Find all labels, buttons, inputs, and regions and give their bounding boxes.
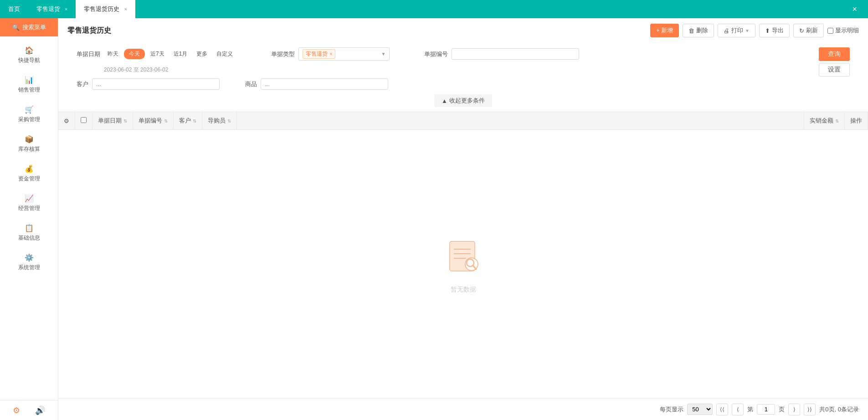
- audio-icon[interactable]: 🔊: [35, 405, 45, 415]
- sidebar-search-button[interactable]: 🔍 搜索菜单: [0, 18, 58, 36]
- goods-input[interactable]: [261, 78, 388, 90]
- print-dropdown-icon: ▼: [745, 28, 750, 33]
- customer-input[interactable]: [92, 78, 220, 90]
- th-customer: 客户 ⇅: [174, 112, 202, 130]
- total-info: 共0页, 0条记录: [819, 405, 859, 414]
- top-bar: 首页零售退货×零售退货历史× ×: [0, 0, 868, 18]
- delete-icon: 🗑: [688, 27, 694, 34]
- bill-type-select[interactable]: 零售退货 × ▼: [298, 47, 390, 61]
- bill-number-input[interactable]: [452, 48, 579, 60]
- customer-filter-item: 客户: [77, 78, 220, 90]
- sidebar-item-inventory[interactable]: 📦 库存核算: [0, 129, 58, 159]
- refresh-button[interactable]: ↻ 刷新: [793, 24, 824, 37]
- bill-type-label: 单据类型: [271, 50, 295, 58]
- date-7days-btn[interactable]: 近7天: [147, 49, 168, 59]
- date-filter-item: 单据日期 昨天 今天 近7天 近1月 更多 自定义: [77, 49, 236, 59]
- sort-number[interactable]: 单据编号 ⇅: [139, 117, 168, 125]
- sidebar-item-finance[interactable]: 💰 资金管理: [0, 159, 58, 188]
- main-layout: 🔍 搜索菜单 🏠 快捷导航 📊 销售管理 🛒 采购管理 📦 库存核算 💰 资金管…: [0, 18, 868, 420]
- date-range-text: 2023-06-02 至 2023-06-02: [104, 67, 168, 73]
- empty-text: 暂无数据: [451, 286, 476, 294]
- prev-page-button[interactable]: ⟨: [732, 404, 744, 415]
- sidebar-item-label: 快捷导航: [18, 56, 40, 64]
- next-page-button[interactable]: ⟩: [788, 404, 800, 415]
- sort-amount[interactable]: 实销金额 ⇅: [810, 117, 839, 125]
- sort-date[interactable]: 单据日期 ⇅: [98, 117, 127, 125]
- settings-icon[interactable]: ⚙: [13, 405, 20, 415]
- page-title-row: 零售退货历史 + 新增 🗑 删除 🖨 打印 ▼ ⬆ 导出: [67, 24, 859, 37]
- sidebar: 🔍 搜索菜单 🏠 快捷导航 📊 销售管理 🛒 采购管理 📦 库存核算 💰 资金管…: [0, 18, 58, 420]
- bill-type-dropdown-icon: ▼: [381, 51, 385, 56]
- page-size-select[interactable]: 20 50 100: [687, 404, 713, 415]
- toolbar-buttons: + 新增 🗑 删除 🖨 打印 ▼ ⬆ 导出 ↻: [650, 24, 859, 37]
- export-button[interactable]: ⬆ 导出: [759, 24, 790, 37]
- date-1month-btn[interactable]: 近1月: [170, 49, 191, 59]
- tab-close-retail-return-history[interactable]: ×: [124, 6, 127, 12]
- collapse-filter-button[interactable]: ▲ 收起更多条件: [434, 94, 492, 107]
- th-date: 单据日期 ⇅: [92, 112, 133, 130]
- window-close-button[interactable]: ×: [848, 5, 861, 14]
- tab-retail-return-history[interactable]: 零售退货历史×: [76, 0, 135, 18]
- content-area: 零售退货历史 + 新增 🗑 删除 🖨 打印 ▼ ⬆ 导出: [58, 18, 868, 420]
- sidebar-item-label: 系统管理: [18, 264, 40, 271]
- sidebar-item-sales-mgmt[interactable]: 📊 销售管理: [0, 70, 58, 99]
- sort-guide[interactable]: 导购员 ⇅: [208, 117, 231, 125]
- finance-icon: 💰: [25, 164, 34, 173]
- print-button[interactable]: 🖨 打印 ▼: [718, 24, 755, 37]
- tab-home[interactable]: 首页: [0, 0, 28, 18]
- sidebar-item-label: 库存核算: [18, 145, 40, 153]
- tab-retail-return[interactable]: 零售退货×: [28, 0, 76, 18]
- table-header: ⚙ 单据日期 ⇅ 单据编号: [58, 112, 868, 130]
- sidebar-item-label: 采购管理: [18, 116, 40, 123]
- filter-row-2: 客户 商品: [77, 78, 808, 90]
- th-checkbox: [75, 112, 92, 130]
- filter-settings-button[interactable]: 设置: [819, 63, 850, 77]
- sidebar-item-base-info[interactable]: 📋 基础信息: [0, 218, 58, 247]
- last-page-button[interactable]: ⟩⟩: [804, 404, 816, 415]
- tab-label: 零售退货: [36, 5, 60, 13]
- query-button[interactable]: 查询: [819, 47, 850, 61]
- export-icon: ⬆: [765, 27, 770, 34]
- select-all-checkbox[interactable]: [81, 117, 87, 123]
- sidebar-item-sys-mgmt[interactable]: ⚙️ 系统管理: [0, 247, 58, 277]
- date-yesterday-btn[interactable]: 昨天: [104, 49, 122, 59]
- date-today-btn[interactable]: 今天: [124, 49, 145, 59]
- table-container: ⚙ 单据日期 ⇅ 单据编号: [58, 112, 868, 398]
- print-icon: 🖨: [724, 27, 729, 34]
- delete-button[interactable]: 🗑 删除: [683, 24, 714, 37]
- tab-list: 首页零售退货×零售退货历史×: [0, 0, 848, 18]
- goods-label: 商品: [245, 80, 257, 88]
- show-detail-checkbox[interactable]: [827, 28, 833, 34]
- sidebar-item-label: 基础信息: [18, 234, 40, 242]
- show-detail-checkbox-label[interactable]: 显示明细: [827, 26, 859, 35]
- bill-type-filter-item: 单据类型 零售退货 × ▼: [271, 47, 390, 61]
- settings-icon[interactable]: ⚙: [64, 118, 69, 124]
- bill-type-tag-close[interactable]: ×: [329, 51, 332, 56]
- date-custom-btn[interactable]: 自定义: [213, 49, 236, 59]
- data-table: ⚙ 单据日期 ⇅ 单据编号: [58, 112, 868, 130]
- base-info-icon: 📋: [25, 223, 34, 232]
- date-more-btn[interactable]: 更多: [193, 49, 211, 59]
- pagination-bar: 每页显示 20 50 100 ⟨⟨ ⟨ 第 页 ⟩ ⟩⟩ 共0页, 0条记录: [58, 398, 868, 420]
- page-title: 零售退货历史: [67, 26, 111, 36]
- table-header-row: ⚙ 单据日期 ⇅ 单据编号: [58, 112, 868, 130]
- sort-number-icon: ⇅: [164, 118, 168, 123]
- first-page-button[interactable]: ⟨⟨: [716, 404, 728, 415]
- add-button[interactable]: + 新增: [650, 24, 679, 37]
- filter-right-buttons: 查询 设置: [819, 47, 850, 77]
- date-filter-label: 单据日期: [77, 50, 100, 58]
- search-icon: 🔍: [12, 24, 20, 31]
- page-number-input[interactable]: [757, 404, 775, 415]
- quick-nav-icon: 🏠: [25, 46, 34, 55]
- sort-customer[interactable]: 客户 ⇅: [179, 117, 196, 125]
- purchase-mgmt-icon: 🛒: [25, 105, 34, 114]
- top-bar-right: ×: [848, 5, 868, 14]
- collapse-icon: ▲: [442, 97, 447, 104]
- tab-close-retail-return[interactable]: ×: [65, 6, 67, 12]
- bill-type-tag: 零售退货 ×: [303, 49, 335, 59]
- page-size-label: 每页显示: [660, 405, 683, 414]
- sidebar-item-purchase-mgmt[interactable]: 🛒 采购管理: [0, 99, 58, 129]
- sidebar-item-operations[interactable]: 📈 经营管理: [0, 188, 58, 218]
- sales-mgmt-icon: 📊: [25, 75, 34, 84]
- sidebar-item-quick-nav[interactable]: 🏠 快捷导航: [0, 40, 58, 70]
